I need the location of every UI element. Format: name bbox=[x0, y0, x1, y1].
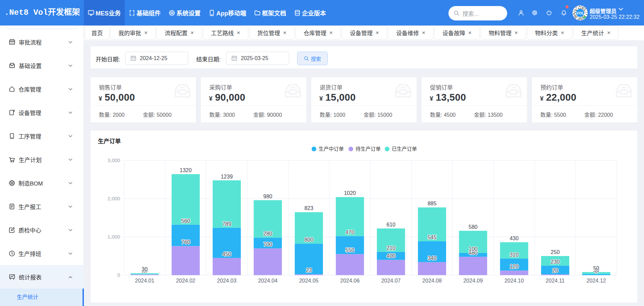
svg-text:340: 340 bbox=[428, 255, 437, 261]
svg-text:120: 120 bbox=[509, 264, 519, 269]
svg-text:610: 610 bbox=[386, 222, 395, 227]
svg-text:545: 545 bbox=[428, 235, 437, 240]
svg-text:2024.03: 2024.03 bbox=[217, 278, 236, 284]
svg-text:2024.01: 2024.01 bbox=[135, 278, 154, 284]
svg-text:待生产订单: 待生产订单 bbox=[356, 146, 381, 152]
svg-text:210: 210 bbox=[386, 245, 395, 251]
svg-text:1239: 1239 bbox=[221, 174, 233, 180]
svg-text:23: 23 bbox=[306, 267, 312, 273]
svg-text:700: 700 bbox=[263, 242, 272, 247]
svg-text:885: 885 bbox=[428, 201, 437, 206]
svg-text:VOL: VOL bbox=[576, 11, 584, 15]
svg-text:2024.07: 2024.07 bbox=[381, 278, 401, 284]
svg-text:1020: 1020 bbox=[344, 190, 356, 196]
svg-text:生产中订单: 生产中订单 bbox=[319, 146, 344, 152]
svg-text:2024.11: 2024.11 bbox=[546, 278, 565, 284]
svg-text:230: 230 bbox=[551, 259, 560, 265]
svg-text:2,000: 2,000 bbox=[107, 196, 120, 201]
svg-text:430: 430 bbox=[509, 236, 519, 241]
svg-text:250: 250 bbox=[551, 249, 560, 255]
svg-text:2024.10: 2024.10 bbox=[504, 278, 524, 284]
svg-text:310: 310 bbox=[509, 252, 519, 258]
svg-text:20: 20 bbox=[552, 268, 558, 273]
svg-text:550: 550 bbox=[345, 247, 355, 253]
svg-text:560: 560 bbox=[181, 218, 190, 224]
svg-text:50: 50 bbox=[593, 265, 599, 271]
svg-text:580: 580 bbox=[469, 224, 478, 230]
svg-text:2024.05: 2024.05 bbox=[299, 278, 319, 284]
svg-text:2024.12: 2024.12 bbox=[587, 278, 606, 284]
svg-text:2024.09: 2024.09 bbox=[463, 278, 483, 284]
svg-text:400: 400 bbox=[386, 253, 395, 259]
svg-text:2024.06: 2024.06 bbox=[340, 278, 360, 284]
svg-text:280: 280 bbox=[263, 231, 272, 237]
svg-text:1,000: 1,000 bbox=[107, 234, 120, 240]
svg-text:已生产订单: 已生产订单 bbox=[392, 146, 417, 152]
svg-text:2024.04: 2024.04 bbox=[258, 278, 277, 284]
svg-text:100: 100 bbox=[469, 246, 478, 252]
svg-text:470: 470 bbox=[345, 230, 355, 235]
svg-text:2024.02: 2024.02 bbox=[176, 278, 196, 284]
svg-text:30: 30 bbox=[142, 266, 148, 272]
svg-text:823: 823 bbox=[304, 205, 313, 211]
svg-text:450: 450 bbox=[222, 251, 231, 257]
svg-text:1320: 1320 bbox=[180, 167, 192, 173]
svg-text:760: 760 bbox=[181, 239, 190, 245]
svg-text:980: 980 bbox=[263, 194, 272, 199]
svg-text:2024.08: 2024.08 bbox=[422, 278, 442, 284]
svg-text:3,000: 3,000 bbox=[107, 157, 120, 163]
svg-text:✓: ✓ bbox=[584, 16, 586, 19]
svg-text:0: 0 bbox=[117, 272, 120, 278]
svg-text:800: 800 bbox=[304, 237, 313, 243]
svg-text:789: 789 bbox=[222, 221, 231, 227]
